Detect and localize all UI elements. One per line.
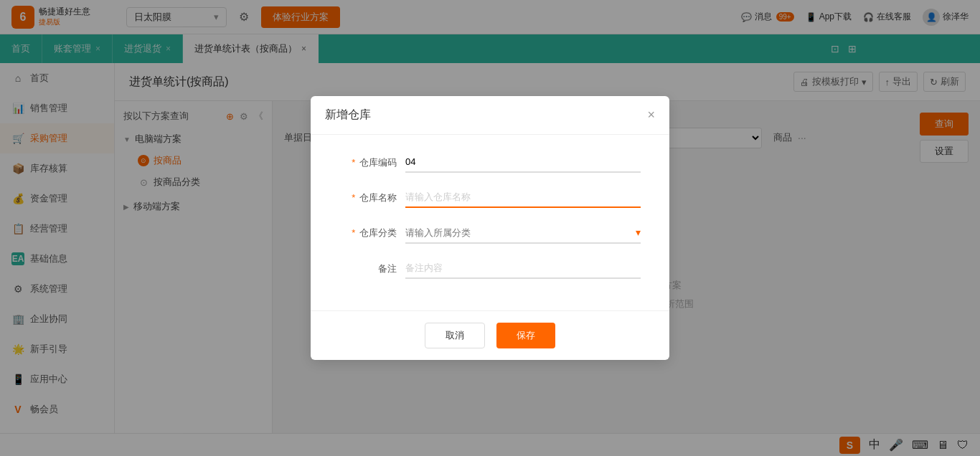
category-label: * 仓库分类 bbox=[339, 227, 397, 239]
note-input[interactable] bbox=[405, 258, 641, 279]
category-input[interactable] bbox=[405, 227, 636, 238]
form-row-category: * 仓库分类 ▾ bbox=[339, 222, 641, 244]
cancel-button[interactable]: 取消 bbox=[425, 323, 485, 348]
form-row-code: * 仓库编码 bbox=[339, 152, 641, 173]
dialog-overlay: 新增仓库 × * 仓库编码 * 仓库名称 bbox=[0, 0, 980, 456]
dialog-header: 新增仓库 × bbox=[311, 96, 669, 135]
form-row-name: * 仓库名称 bbox=[339, 187, 641, 208]
new-warehouse-dialog: 新增仓库 × * 仓库编码 * 仓库名称 bbox=[311, 96, 669, 360]
category-required-mark: * bbox=[352, 227, 355, 238]
code-label: * 仓库编码 bbox=[339, 156, 397, 169]
dialog-close-button[interactable]: × bbox=[647, 108, 655, 123]
save-button[interactable]: 保存 bbox=[496, 323, 555, 348]
category-select-wrap[interactable]: ▾ bbox=[405, 222, 641, 244]
code-required-mark: * bbox=[352, 157, 355, 168]
dialog-footer: 取消 保存 bbox=[311, 310, 669, 360]
form-row-note: 备注 bbox=[339, 258, 641, 279]
dialog-title: 新增仓库 bbox=[325, 108, 371, 123]
name-label: * 仓库名称 bbox=[339, 191, 397, 204]
category-arrow-icon: ▾ bbox=[636, 227, 641, 238]
name-input[interactable] bbox=[405, 187, 641, 208]
code-input[interactable] bbox=[405, 152, 641, 173]
dialog-body: * 仓库编码 * 仓库名称 * 仓库分类 bbox=[311, 135, 669, 310]
name-required-mark: * bbox=[352, 192, 355, 203]
note-label: 备注 bbox=[339, 262, 397, 275]
